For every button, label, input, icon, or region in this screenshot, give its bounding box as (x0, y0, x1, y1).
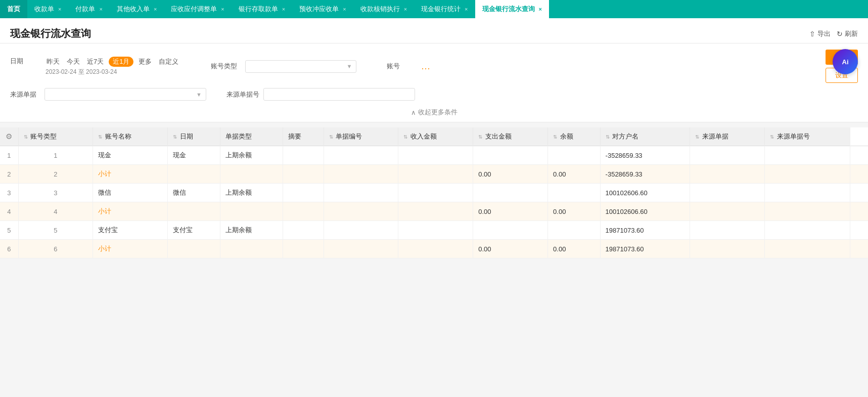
nav-item-home[interactable]: 首页 (0, 0, 27, 18)
cell-source-doc (765, 184, 850, 202)
nav-close-pre-receipt[interactable]: × (343, 6, 346, 12)
nav-close-bank-deposit[interactable]: × (282, 6, 285, 12)
nav-item-cash-flow-query[interactable]: 现金银行流水查询 × (475, 0, 549, 18)
date-btn-7days[interactable]: 近7天 (85, 57, 106, 67)
cell-expense: 0.00 (548, 202, 600, 221)
nav-item-receipt-exec[interactable]: 收款核销执行 × (353, 0, 414, 18)
account-type-chevron-icon: ▼ (347, 63, 352, 69)
cell-summary (324, 240, 398, 258)
col-account-type[interactable]: ⇅ 账号类型 (18, 127, 93, 146)
cell-doc-type (283, 184, 324, 202)
cell-account-name: 现金 (168, 146, 220, 165)
cell-num: 4 (0, 202, 18, 221)
col-balance[interactable]: ⇅ 余额 (548, 127, 600, 146)
col-doc-type[interactable]: 单据类型 (220, 127, 283, 146)
col-expense[interactable]: ⇅ 支出金额 (473, 127, 548, 146)
table-row: 33微信微信上期余额100102606.60 (0, 184, 868, 202)
date-btn-1month[interactable]: 近1月 (109, 57, 133, 67)
export-label: 导出 (817, 29, 831, 38)
cell-expense (548, 221, 600, 240)
nav-close-receipt[interactable]: × (58, 6, 61, 12)
table-body: 11现金现金上期余额-3528659.3322小计0.000.00-352865… (0, 146, 868, 258)
nav-item-cash-stat[interactable]: 现金银行统计 × (414, 0, 475, 18)
cell-num: 5 (0, 221, 18, 240)
nav-close-other-income[interactable]: × (154, 6, 157, 12)
nav-item-other-income[interactable]: 其他收入单 × (110, 0, 164, 18)
cell-doc-no (398, 165, 473, 184)
nav-item-bank-deposit[interactable]: 银行存取款单 × (232, 0, 292, 18)
nav-close-cash-stat[interactable]: × (465, 6, 468, 12)
cell-date: 上期余额 (220, 184, 283, 202)
date-btn-yesterday[interactable]: 昨天 (44, 57, 62, 67)
page-title: 现金银行流水查询 (10, 27, 91, 40)
header-actions: ⇧ 导出 ↻ 刷新 (809, 29, 858, 38)
account-type-filter: 账号类型 ▼ (211, 60, 356, 73)
cell-num: 1 (18, 146, 93, 165)
col-income[interactable]: ⇅ 收入金额 (398, 127, 473, 146)
cell-counterpart (690, 240, 765, 258)
col-label-doc-type: 单据类型 (225, 133, 252, 140)
cell-num: 4 (18, 202, 93, 221)
source-doc-placeholder (49, 91, 51, 98)
nav-item-pre-receipt[interactable]: 预收冲应收单 × (292, 0, 353, 18)
filter-area: 日期 昨天 今天 近7天 近1月 更多 自定义 2023-02-24 至 202… (0, 43, 868, 122)
col-source-doc-no[interactable]: ⇅ 来源单据号 (765, 127, 850, 146)
cell-summary (324, 184, 398, 202)
refresh-button[interactable]: ↻ 刷新 (837, 29, 858, 38)
cell-source-doc-no (850, 184, 868, 202)
settings-gear-icon[interactable]: ⚙ (6, 132, 12, 141)
cell-counterpart (690, 202, 765, 221)
col-counterpart[interactable]: ⇅ 对方户名 (600, 127, 690, 146)
nav-label-cash-flow-query: 现金银行流水查询 (482, 5, 535, 14)
col-account-name[interactable]: ⇅ 账号名称 (93, 127, 168, 146)
nav-item-payment[interactable]: 付款单 × (68, 0, 109, 18)
col-source-doc[interactable]: ⇅ 来源单据 (690, 127, 765, 146)
cell-source-doc (765, 221, 850, 240)
source-doc-select[interactable]: ▼ (44, 88, 206, 101)
col-doc-no[interactable]: ⇅ 单据编号 (324, 127, 398, 146)
account-type-select[interactable]: ▼ (245, 60, 356, 73)
nav-label-receipt: 收款单 (34, 5, 54, 14)
cell-balance: 100102606.60 (600, 184, 690, 202)
cell-account-type: 支付宝 (93, 221, 168, 240)
data-table-container: ⚙ ⇅ 账号类型 ⇅ 账号名称 ⇅ 日期 单据类型 摘要 (0, 127, 868, 258)
col-label-account-name: 账号名称 (105, 133, 131, 140)
col-label-summary: 摘要 (288, 133, 301, 140)
sort-icon-balance: ⇅ (553, 134, 557, 140)
col-label-source-doc-no: 来源单据号 (777, 133, 810, 140)
cell-source-doc-no (850, 202, 868, 221)
nav-close-cash-flow-query[interactable]: × (539, 6, 542, 12)
account-type-label: 账号类型 (211, 62, 241, 71)
nav-item-ar-ap-adjust[interactable]: 应收应付调整单 × (164, 0, 231, 18)
sort-icon-income: ⇅ (403, 134, 407, 140)
sort-icon-source-doc: ⇅ (695, 134, 699, 140)
ai-assistant-button[interactable]: Ai (833, 49, 858, 74)
cell-summary (324, 202, 398, 221)
source-doc-no-input[interactable] (263, 88, 415, 101)
nav-item-receipt[interactable]: 收款单 × (27, 0, 68, 18)
date-btn-custom[interactable]: 自定义 (157, 57, 180, 67)
cell-counterpart (690, 221, 765, 240)
cell-expense (548, 184, 600, 202)
col-date[interactable]: ⇅ 日期 (168, 127, 220, 146)
nav-close-ar-ap-adjust[interactable]: × (221, 6, 224, 12)
collapse-more-button[interactable]: ∧ 收起更多条件 (10, 106, 858, 118)
cell-date (220, 202, 283, 221)
export-button[interactable]: ⇧ 导出 (809, 29, 831, 38)
cell-counterpart (690, 184, 765, 202)
date-btn-more[interactable]: 更多 (136, 57, 154, 67)
table-row: 55支付宝支付宝上期余额19871073.60 (0, 221, 868, 240)
cell-doc-no (398, 146, 473, 165)
col-settings[interactable]: ⚙ (0, 127, 18, 146)
col-summary[interactable]: 摘要 (283, 127, 324, 146)
date-btn-today[interactable]: 今天 (65, 57, 82, 67)
cell-doc-no (398, 202, 473, 221)
nav-close-payment[interactable]: × (99, 6, 102, 12)
cell-expense: 0.00 (548, 165, 600, 184)
account-dots-button[interactable]: ... (421, 61, 430, 72)
nav-label-pre-receipt: 预收冲应收单 (299, 5, 339, 14)
nav-close-receipt-exec[interactable]: × (404, 6, 407, 12)
cell-num: 3 (0, 184, 18, 202)
source-doc-no-label: 来源单据号 (226, 90, 259, 99)
col-label-income: 收入金额 (410, 133, 437, 140)
